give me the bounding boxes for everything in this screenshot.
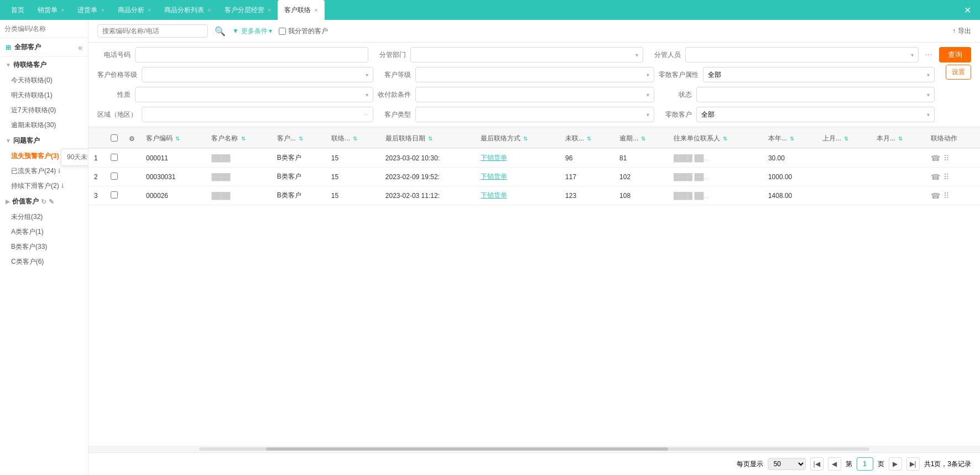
sidebar-item-ungrouped[interactable]: 未分组(32) bbox=[0, 210, 88, 225]
tab-close-purchase-order[interactable]: × bbox=[101, 7, 104, 13]
tab-close-customer-tier[interactable]: × bbox=[268, 7, 271, 13]
sidebar-item-c-class[interactable]: C类客户(6) bbox=[0, 254, 88, 269]
tab-close-product-analysis[interactable]: × bbox=[148, 7, 151, 13]
tab-close-customer-contact[interactable]: × bbox=[314, 7, 317, 13]
col-last-month[interactable]: 上月... ⇅ bbox=[817, 129, 871, 148]
tab-purchase-order[interactable]: 进货单 × bbox=[71, 0, 111, 20]
payment-select[interactable]: ▾ bbox=[415, 87, 654, 102]
my-customers-checkbox[interactable]: 我分管的客户 bbox=[279, 27, 328, 36]
tab-close-product-analysis-list[interactable]: × bbox=[207, 7, 211, 13]
contact-action-icon-2[interactable]: ☎ bbox=[931, 191, 940, 200]
cell-last-method[interactable]: 下销货单 bbox=[475, 168, 560, 186]
table-body: 1 000011 ████ B类客户 15 2023-03-02 10:30: … bbox=[88, 148, 980, 205]
dept-select[interactable]: ▾ bbox=[410, 47, 644, 62]
app-close-button[interactable]: ✕ bbox=[960, 5, 976, 15]
col-last-date[interactable]: 最后联络日期 ⇅ bbox=[380, 129, 475, 148]
cell-overdue: 102 bbox=[614, 168, 668, 186]
region-select[interactable]: ··· bbox=[142, 107, 373, 122]
zero-attr-select[interactable]: 全部 ▾ bbox=[703, 67, 935, 82]
nature-select[interactable]: ▾ bbox=[135, 87, 373, 102]
contact-action-icon-0[interactable]: ☎ bbox=[931, 154, 940, 163]
horizontal-scrollbar[interactable] bbox=[88, 446, 980, 452]
last-page-button[interactable]: ▶| bbox=[906, 457, 920, 471]
cell-last-method[interactable]: 下销货单 bbox=[475, 148, 560, 168]
col-unit-contact[interactable]: 往来单位联系人 ⇅ bbox=[668, 129, 763, 148]
cell-settings bbox=[123, 148, 140, 168]
sidebar-collapse-icon[interactable]: « bbox=[78, 43, 82, 52]
more-action-icon-1[interactable]: ⠿ bbox=[943, 173, 949, 181]
sidebar-item-overdue-contact[interactable]: 逾期未联络(30) bbox=[0, 118, 88, 133]
more-options-icon-1[interactable]: ··· bbox=[923, 50, 935, 60]
sidebar-item-churned[interactable]: 已流失客户(24) ℹ bbox=[0, 164, 88, 179]
phone-input[interactable] bbox=[135, 47, 368, 62]
sidebar-search-input[interactable] bbox=[4, 25, 87, 33]
row-checkbox-1[interactable] bbox=[111, 173, 118, 180]
status-select[interactable]: ▾ bbox=[696, 87, 935, 102]
prev-page-button[interactable]: ◀ bbox=[828, 457, 841, 471]
sidebar-item-a-class[interactable]: A类客户(1) bbox=[0, 225, 88, 239]
col-settings[interactable]: ⚙ bbox=[123, 129, 140, 148]
sidebar-item-today-pending[interactable]: 今天待联络(0) bbox=[0, 73, 88, 88]
sidebar-item-tomorrow-pending[interactable]: 明天待联络(1) bbox=[0, 88, 88, 103]
more-conditions-button[interactable]: ▼ 更多条件 ▾ bbox=[232, 27, 272, 36]
customer-type-select[interactable]: ▾ bbox=[415, 107, 654, 122]
tab-sales-order[interactable]: 销货单 × bbox=[31, 0, 71, 20]
sidebar-group-value-customers[interactable]: ▶ 价值客户 ↻ ✎ bbox=[0, 194, 88, 210]
arrow-down-icon-2: ▼ bbox=[6, 138, 11, 144]
cell-check[interactable] bbox=[105, 168, 123, 186]
cell-check[interactable] bbox=[105, 148, 123, 168]
contact-action-icon-1[interactable]: ☎ bbox=[931, 173, 940, 181]
last-method-link-2[interactable]: 下销货单 bbox=[481, 191, 507, 199]
more-action-icon-0[interactable]: ⠿ bbox=[943, 154, 949, 163]
next-page-button[interactable]: ▶ bbox=[889, 457, 902, 471]
tab-customer-tier[interactable]: 客户分层经营 × bbox=[218, 0, 278, 20]
last-method-link-0[interactable]: 下销货单 bbox=[481, 154, 507, 161]
sidebar-item-7day-pending[interactable]: 近7天待联络(0) bbox=[0, 103, 88, 118]
settings-button[interactable]: 设置 bbox=[946, 65, 971, 80]
customer-level-select[interactable]: ▾ bbox=[415, 67, 654, 82]
col-not-contacted[interactable]: 未联... ⇅ bbox=[560, 129, 614, 148]
cell-check[interactable] bbox=[105, 186, 123, 205]
query-button[interactable]: 查询 bbox=[939, 47, 971, 62]
value-customers-refresh-icon[interactable]: ↻ bbox=[41, 198, 46, 206]
col-last-method[interactable]: 最后联络方式 ⇅ bbox=[475, 129, 560, 148]
sidebar-group-problem-customers[interactable]: ▼ 问题客户 bbox=[0, 133, 88, 149]
row-checkbox-0[interactable] bbox=[111, 154, 118, 161]
tab-product-analysis-list[interactable]: 商品分析列表 × bbox=[158, 0, 217, 20]
main-search-button[interactable]: 🔍 bbox=[215, 26, 226, 36]
my-customers-check[interactable] bbox=[279, 28, 286, 35]
sidebar-item-declining[interactable]: 持续下滑客户(2) ℹ bbox=[0, 179, 88, 194]
sidebar-group-pending-contact[interactable]: ▼ 待联络客户 bbox=[0, 57, 88, 73]
page-size-select[interactable]: 50 100 200 bbox=[768, 458, 806, 470]
more-action-icon-2[interactable]: ⠿ bbox=[943, 191, 949, 200]
tab-bar: 首页 销货单 × 进货单 × 商品分析 × 商品分析列表 × 客户分层经营 × … bbox=[0, 0, 980, 20]
cell-last-method[interactable]: 下销货单 bbox=[475, 186, 560, 205]
col-name[interactable]: 客户名称 ⇅ bbox=[206, 129, 271, 148]
sidebar-item-b-class[interactable]: B类客户(33) bbox=[0, 239, 88, 254]
first-page-button[interactable]: |◀ bbox=[810, 457, 823, 471]
select-all-checkbox[interactable] bbox=[111, 134, 118, 142]
person-select[interactable]: ▾ bbox=[685, 47, 919, 62]
col-overdue[interactable]: 逾期... ⇅ bbox=[614, 129, 668, 148]
col-type[interactable]: 客户... ⇅ bbox=[272, 129, 326, 148]
value-customers-edit-icon[interactable]: ✎ bbox=[49, 198, 54, 206]
price-level-select[interactable]: ▾ bbox=[142, 67, 373, 82]
tab-home[interactable]: 首页 bbox=[4, 0, 31, 20]
tab-customer-contact[interactable]: 客户联络 × bbox=[278, 0, 324, 20]
last-method-link-1[interactable]: 下销货单 bbox=[481, 173, 507, 180]
cell-this-year: 1408.00 bbox=[763, 186, 817, 205]
sort-icon-overdue: ⇅ bbox=[641, 135, 645, 142]
col-contact[interactable]: 联络... ⇅ bbox=[326, 129, 380, 148]
col-code[interactable]: 客户编码 ⇅ bbox=[140, 129, 206, 148]
col-this-year[interactable]: 本年... ⇅ bbox=[763, 129, 817, 148]
main-search-input[interactable] bbox=[97, 24, 208, 38]
col-this-month[interactable]: 本月... ⇅ bbox=[871, 129, 925, 148]
tab-close-sales-order[interactable]: × bbox=[61, 7, 64, 13]
col-checkbox[interactable] bbox=[105, 129, 123, 148]
export-button[interactable]: ↑ 导出 bbox=[952, 27, 971, 36]
sidebar-all-customers[interactable]: ⊞ 全部客户 « bbox=[0, 38, 88, 57]
cell-last-date: 2023-02-03 11:12: bbox=[380, 186, 475, 205]
tab-product-analysis[interactable]: 商品分析 × bbox=[111, 0, 158, 20]
zero-customer-select[interactable]: 全部 ▾ bbox=[696, 107, 935, 122]
row-checkbox-2[interactable] bbox=[111, 191, 118, 199]
